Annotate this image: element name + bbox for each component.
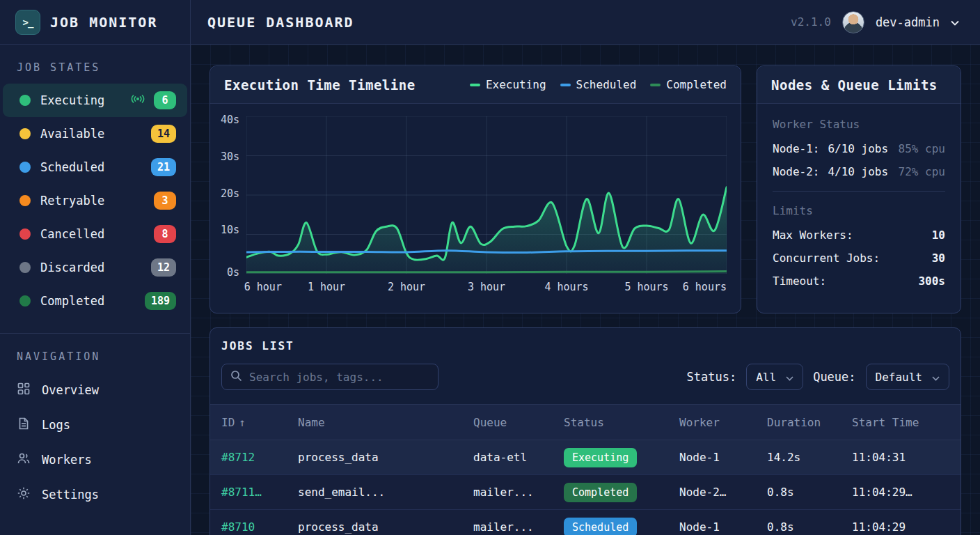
job-queue: mailer... <box>473 486 564 499</box>
job-worker: Node-2… <box>679 486 767 499</box>
live-pulse-icon <box>129 93 147 108</box>
jobs-list-heading: JOBS LIST <box>210 339 961 352</box>
sidebar: JOB STATES Executing 6 Available 14 S <box>0 45 191 535</box>
status-badge: Executing <box>564 448 637 467</box>
header-right: v2.1.0 dev-admin <box>791 11 959 33</box>
available-dot-icon <box>19 128 31 139</box>
sidebar-item-discarded[interactable]: Discarded 12 <box>3 251 187 284</box>
executing-dot-icon <box>19 95 31 106</box>
y-tick-label: 40s <box>221 115 239 125</box>
search-box[interactable] <box>221 364 438 390</box>
user-name[interactable]: dev-admin <box>876 15 940 29</box>
state-count-badge: 3 <box>154 192 176 210</box>
sidebar-item-settings[interactable]: Settings <box>0 477 190 512</box>
status-badge: Completed <box>564 483 637 502</box>
job-id-link[interactable]: #8712 <box>221 451 298 464</box>
chevron-down-icon[interactable] <box>951 15 959 29</box>
nodes-card-header: Nodes & Queue Limits <box>757 66 961 104</box>
grid-icon <box>17 382 31 398</box>
sort-asc-icon: ↑ <box>239 416 246 429</box>
sidebar-item-scheduled[interactable]: Scheduled 21 <box>3 150 187 184</box>
terminal-logo-icon: >_ <box>15 10 40 35</box>
sidebar-divider <box>0 333 190 334</box>
node-2-row: Node-2: 4/10 jobs 72% cpu <box>773 165 945 178</box>
jobs-table: ID↑ Name Queue Status Worker Duration St… <box>210 404 961 535</box>
legend-scheduled: Scheduled <box>560 78 637 91</box>
table-row[interactable]: #8712 process_data data-etl Executing No… <box>210 440 961 475</box>
x-tick-label: 1 hour <box>308 281 345 293</box>
x-tick-label: 3 hour <box>468 281 505 293</box>
queue-filter-select[interactable]: Default <box>866 364 949 390</box>
job-queue: data-etl <box>473 451 564 464</box>
table-row[interactable]: #8710 process_data mailer... Scheduled N… <box>210 510 961 535</box>
job-queue: mailer... <box>473 520 564 534</box>
job-name: send_email... <box>298 486 473 499</box>
nodes-title: Nodes & Queue Limits <box>771 77 938 93</box>
job-start-time: 11:04:31 <box>852 451 961 464</box>
status-filter-select[interactable]: All <box>746 364 803 390</box>
sidebar-item-workers[interactable]: Workers <box>0 442 190 477</box>
sidebar-item-cancelled[interactable]: Cancelled 8 <box>3 217 187 251</box>
x-tick-label: 6 hours <box>683 281 727 293</box>
col-status[interactable]: Status <box>564 416 679 429</box>
sidebar-item-executing[interactable]: Executing 6 <box>3 84 187 117</box>
chart-body: 40s30s20s10s0s 6 hour1 hour2 hour3 hour4… <box>210 104 741 296</box>
state-count-badge: 6 <box>154 91 176 109</box>
chart-plot-area[interactable] <box>246 116 727 274</box>
page-title: QUEUE DASHBOARD <box>207 14 354 31</box>
nodes-divider <box>773 191 945 192</box>
state-count-badge: 12 <box>151 258 176 277</box>
x-tick-label: 6 hour <box>244 281 282 293</box>
job-start-time: 11:04:29 <box>852 520 961 534</box>
legend-executing: Executing <box>470 78 546 91</box>
legend-completed: Completed <box>650 78 727 91</box>
x-tick-label: 4 hours <box>544 281 588 293</box>
col-queue[interactable]: Queue <box>473 416 564 429</box>
job-worker: Node-1 <box>679 451 767 464</box>
legend-dash-icon <box>560 84 571 86</box>
jobs-list-card: JOBS LIST Status: All <box>210 327 961 535</box>
user-avatar[interactable] <box>842 11 864 33</box>
table-header-row: ID↑ Name Queue Status Worker Duration St… <box>210 404 961 440</box>
limits-heading: Limits <box>773 204 945 217</box>
sidebar-item-logs[interactable]: Logs <box>0 408 190 442</box>
col-name[interactable]: Name <box>298 416 473 429</box>
y-tick-label: 10s <box>221 225 239 235</box>
status-badge: Scheduled <box>564 518 637 535</box>
sidebar-item-completed[interactable]: Completed 189 <box>3 284 187 318</box>
job-name: process_data <box>298 520 473 534</box>
state-count-badge: 189 <box>145 292 176 310</box>
sidebar-item-overview[interactable]: Overview <box>0 373 190 408</box>
state-count-badge: 14 <box>151 125 176 143</box>
max-workers-row: Max Workers: 10 <box>773 228 945 242</box>
search-input[interactable] <box>249 371 429 384</box>
timeline-card: Execution Time Timeline Executing Schedu… <box>210 65 741 313</box>
job-id-link[interactable]: #8711… <box>221 486 298 499</box>
concurrent-jobs-row: Concurrent Jobs: 30 <box>773 251 945 265</box>
col-id[interactable]: ID↑ <box>221 416 298 429</box>
job-worker: Node-1 <box>679 520 767 534</box>
col-worker[interactable]: Worker <box>679 416 767 429</box>
cancelled-dot-icon <box>19 228 31 240</box>
job-id-link[interactable]: #8710 <box>221 520 298 534</box>
legend-dash-icon <box>470 84 480 86</box>
col-start-time[interactable]: Start Time <box>852 416 961 429</box>
sidebar-item-retryable[interactable]: Retryable 3 <box>3 184 187 217</box>
scheduled-dot-icon <box>19 162 31 173</box>
sidebar-item-available[interactable]: Available 14 <box>3 117 187 150</box>
state-count-badge: 8 <box>154 225 176 243</box>
col-duration[interactable]: Duration <box>767 416 852 429</box>
timeline-title: Execution Time Timeline <box>224 77 416 93</box>
discarded-dot-icon <box>19 262 31 273</box>
y-tick-label: 0s <box>227 268 239 278</box>
navigation-heading: NAVIGATION <box>0 350 190 363</box>
table-row[interactable]: #8711… send_email... mailer... Completed… <box>210 475 961 510</box>
job-duration: 0.8s <box>767 520 852 534</box>
timeline-chart <box>246 116 727 274</box>
timeline-card-header: Execution Time Timeline Executing Schedu… <box>210 66 741 104</box>
retryable-dot-icon <box>19 195 31 206</box>
app-title: JOB MONITOR <box>50 14 157 31</box>
completed-dot-icon <box>19 295 31 307</box>
header-main: QUEUE DASHBOARD v2.1.0 dev-admin <box>191 0 980 44</box>
top-header: >_ JOB MONITOR QUEUE DASHBOARD v2.1.0 de… <box>0 0 980 45</box>
